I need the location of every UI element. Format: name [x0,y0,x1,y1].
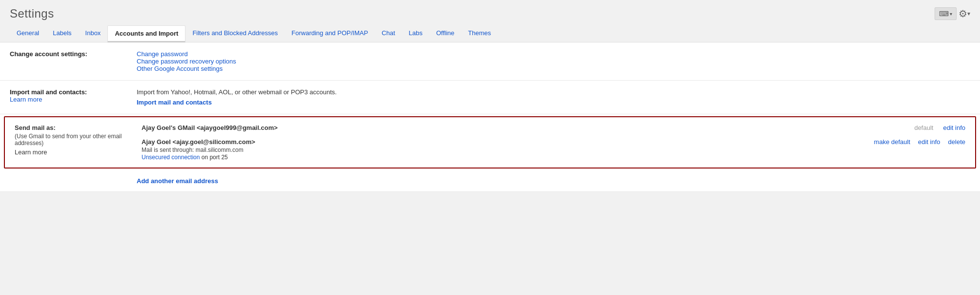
unsecured-connection-link[interactable]: Unsecured connection [142,154,200,161]
send-mail-as-outer-row: Send mail as: (Use Gmail to send from yo… [0,114,980,171]
make-default-link[interactable]: make default [874,138,910,146]
change-account-row: Change account settings: Change password… [0,42,980,81]
change-password-link[interactable]: Change password [137,50,188,58]
keyboard-button[interactable]: ⌨ ▾ [935,7,957,20]
send-mail-as-label: Send mail as: [15,124,122,131]
default-label: default [914,124,933,131]
import-mail-contacts-link[interactable]: Import mail and contacts [137,99,212,106]
gmail-address: Ajay Goel's GMail <ajaygoel999@gmail.com… [142,124,895,131]
send-mail-learn-more-link[interactable]: Learn more [15,148,47,156]
delete-link[interactable]: delete [948,138,965,146]
change-account-content: Change password Change password recovery… [127,42,980,81]
edit-info-2-link[interactable]: edit info [918,138,940,146]
edit-info-1-link[interactable]: edit info [943,124,965,131]
silicomm-actions: make default edit info delete [874,138,965,146]
import-mail-label-cell: Import mail and contacts: Learn more [0,81,127,114]
main-content: Change account settings: Change password… [0,42,980,192]
keyboard-icon: ⌨ [939,10,949,18]
send-mail-as-sublabel: (Use Gmail to send from your other email… [15,133,122,147]
header-icons: ⌨ ▾ ⚙ ▾ [935,7,970,20]
tab-general[interactable]: General [10,25,46,42]
change-account-label: Change account settings: [0,42,127,81]
settings-gear-button[interactable]: ⚙ ▾ [959,8,970,20]
other-settings-link[interactable]: Other Google Account settings [137,65,223,72]
import-mail-label: Import mail and contacts: [10,88,117,96]
import-mail-row: Import mail and contacts: Learn more Imp… [0,81,980,114]
send-mail-as-highlighted-row: Send mail as: (Use Gmail to send from yo… [0,114,980,170]
tab-forwarding[interactable]: Forwarding and POP/IMAP [285,25,375,42]
import-mail-content: Import from Yahoo!, Hotmail, AOL, or oth… [127,81,980,114]
add-email-content: Add another email address [127,170,980,192]
header: Settings ⌨ ▾ ⚙ ▾ [0,0,980,25]
send-mail-entry-gmail: Ajay Goel's GMail <ajaygoel999@gmail.com… [142,124,965,131]
settings-table: Change account settings: Change password… [0,42,980,192]
import-mail-description: Import from Yahoo!, Hotmail, AOL, or oth… [137,88,970,96]
page-wrapper: Settings ⌨ ▾ ⚙ ▾ General Labels Inbox Ac… [0,0,980,295]
silicomm-address-block: Ajay Goel <ajay.goel@silicomm.com> Mail … [142,138,855,161]
tab-chat[interactable]: Chat [375,25,402,42]
send-mail-as-label-cell: Send mail as: (Use Gmail to send from yo… [5,117,132,168]
chevron-down-icon: ▾ [950,11,952,17]
send-mail-as-content-row: Send mail as: (Use Gmail to send from yo… [5,117,975,168]
page-title: Settings [10,7,54,21]
gmail-actions: default edit info [914,124,965,131]
tab-themes[interactable]: Themes [461,25,498,42]
add-email-link[interactable]: Add another email address [137,177,218,185]
send-mail-as-wrapper: Send mail as: (Use Gmail to send from yo… [0,114,980,170]
port-suffix: on port 25 [200,154,227,161]
gear-icon: ⚙ [959,8,967,20]
send-mail-as-inner-table: Send mail as: (Use Gmail to send from yo… [5,117,975,168]
tab-labs[interactable]: Labs [402,25,429,42]
change-recovery-link[interactable]: Change password recovery options [137,58,236,65]
unsecured-connection-line: Unsecured connection on port 25 [142,154,855,161]
send-mail-as-highlighted-box: Send mail as: (Use Gmail to send from yo… [4,116,976,169]
tab-accounts-import[interactable]: Accounts and Import [107,25,185,42]
gear-chevron-icon: ▾ [967,10,970,17]
send-mail-entry-silicomm: Ajay Goel <ajay.goel@silicomm.com> Mail … [142,138,965,161]
import-learn-more-link[interactable]: Learn more [10,96,42,103]
nav-tabs: General Labels Inbox Accounts and Import… [0,25,980,42]
add-email-label-cell [0,170,127,192]
tab-labels[interactable]: Labels [46,25,78,42]
mail-sent-through: Mail is sent through: mail.silicomm.com [142,147,855,153]
tab-offline[interactable]: Offline [429,25,461,42]
add-email-row: Add another email address [0,170,980,192]
tab-filters[interactable]: Filters and Blocked Addresses [185,25,285,42]
tab-inbox[interactable]: Inbox [79,25,108,42]
send-mail-as-entries-cell: Ajay Goel's GMail <ajaygoel999@gmail.com… [132,117,975,168]
